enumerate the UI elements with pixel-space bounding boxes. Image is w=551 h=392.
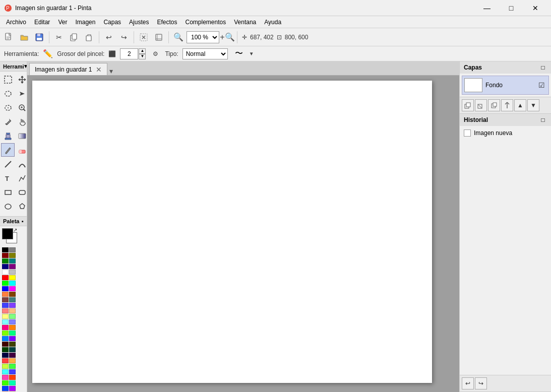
history-item[interactable]: Imagen nueva [462, 128, 549, 138]
layers-panel-header[interactable]: Capas □ [460, 61, 551, 74]
close-button[interactable]: ✕ [524, 0, 547, 16]
color-swatch[interactable] [2, 286, 9, 291]
menu-item-efectos[interactable]: Efectos [153, 16, 181, 28]
color-swatch[interactable] [2, 264, 9, 269]
color-swatch[interactable] [2, 297, 9, 302]
cut-button[interactable]: ✂ [52, 30, 66, 44]
brush-type-select[interactable]: Normal Difuminado Sólido [182, 48, 228, 59]
color-swatch[interactable] [2, 281, 9, 286]
color-swatch[interactable] [2, 325, 9, 330]
layer-add-button[interactable] [462, 99, 474, 111]
line2-tool[interactable] [15, 171, 27, 185]
tab-dropdown-button[interactable]: ▾ [109, 67, 113, 75]
line-tool[interactable] [1, 157, 15, 171]
minimize-button[interactable]: — [475, 0, 499, 16]
image-tab[interactable]: Imagen sin guardar 1 ✕ [29, 63, 107, 75]
rect-tool[interactable] [1, 185, 15, 199]
color-swatch[interactable] [9, 281, 16, 286]
color-swatch[interactable] [9, 347, 16, 352]
color-swatch[interactable] [9, 375, 16, 380]
color-swatch[interactable] [2, 319, 9, 324]
arrow-tool[interactable] [15, 87, 27, 100]
color-swatch[interactable] [2, 331, 9, 336]
menu-item-archivo[interactable]: Archivo [2, 16, 30, 28]
copy-button[interactable] [67, 30, 81, 44]
cut-selection-button[interactable] [137, 30, 151, 44]
paste-button[interactable] [82, 30, 96, 44]
brush-size-up[interactable]: ▲ [139, 48, 146, 54]
curve-options-button[interactable]: ▼ [247, 49, 256, 58]
crop-button[interactable] [152, 30, 166, 44]
move-tool[interactable] [15, 73, 27, 86]
eraser-tool[interactable] [15, 143, 27, 157]
menu-item-complementos[interactable]: Complementos [181, 16, 230, 28]
menu-item-capas[interactable]: Capas [99, 16, 125, 28]
color-swatch[interactable] [9, 342, 16, 347]
layer-visible-toggle[interactable]: ☑ [538, 81, 546, 89]
lasso-tool[interactable] [1, 87, 15, 100]
color-swatch[interactable] [2, 386, 9, 391]
save-button[interactable] [32, 30, 46, 44]
color-swatch[interactable] [9, 353, 16, 358]
paint-bucket-tool[interactable] [1, 129, 15, 143]
color-swatch[interactable] [2, 308, 9, 313]
color-swatch[interactable] [2, 358, 9, 363]
layer-delete-button[interactable] [475, 99, 487, 111]
color-swatch[interactable] [2, 292, 9, 297]
color-swatch[interactable] [9, 292, 16, 297]
color-swatch[interactable] [9, 247, 16, 252]
color-swatch[interactable] [9, 336, 16, 341]
menu-item-ver[interactable]: Ver [54, 16, 71, 28]
text-tool[interactable]: T [1, 171, 15, 185]
color-swatch[interactable] [9, 331, 16, 336]
color-swatch[interactable] [9, 303, 16, 308]
color-swatch[interactable] [9, 314, 16, 319]
hand-tool[interactable] [15, 115, 27, 128]
color-swatch[interactable] [9, 369, 16, 374]
brush-size-down[interactable]: ▼ [139, 54, 146, 59]
color-swatch[interactable] [2, 303, 9, 308]
zoom-in-button[interactable]: +🔍 [220, 30, 234, 44]
palette-header[interactable]: Paleta ▪ [0, 217, 27, 226]
color-swatch[interactable] [2, 275, 9, 280]
tools-panel-header[interactable]: Herrami ▾ [0, 61, 27, 72]
canvas-scroll[interactable] [27, 76, 459, 392]
menu-item-ventana[interactable]: Ventana [230, 16, 260, 28]
brush-size-input[interactable] [120, 48, 138, 59]
history-collapse-button[interactable]: □ [539, 116, 547, 124]
layer-merge-button[interactable] [501, 99, 513, 111]
foreground-color[interactable] [2, 228, 13, 239]
rounded-rect-tool[interactable] [15, 185, 27, 199]
swap-colors-button[interactable]: ↗ [13, 227, 17, 233]
zoom-out-button[interactable]: 🔍 [171, 30, 186, 44]
history-panel-header[interactable]: Historial □ [460, 114, 551, 126]
color-swatch[interactable] [2, 336, 9, 341]
tab-close-button[interactable]: ✕ [96, 66, 102, 73]
color-swatch[interactable] [2, 253, 9, 258]
polygon-tool[interactable] [15, 200, 27, 213]
menu-item-ayuda[interactable]: Ayuda [260, 16, 285, 28]
history-redo-button[interactable]: ↪ [475, 377, 487, 389]
maximize-button[interactable]: □ [500, 0, 523, 16]
color-swatch[interactable] [9, 253, 16, 258]
color-swatch[interactable] [9, 386, 16, 391]
color-swatch[interactable] [9, 275, 16, 280]
color-swatch[interactable] [9, 380, 16, 385]
layers-collapse-button[interactable]: □ [539, 63, 547, 72]
zoom-select[interactable]: 100 % 50 % 200 % 400 % [187, 31, 219, 43]
color-swatch[interactable] [2, 258, 9, 264]
menu-item-ajustes[interactable]: Ajustes [125, 16, 153, 28]
menu-item-editar[interactable]: Editar [30, 16, 54, 28]
color-swatch[interactable] [9, 264, 16, 269]
new-button[interactable] [2, 30, 16, 44]
color-swatch[interactable] [2, 364, 9, 369]
layer-item[interactable]: Fondo ☑ [462, 76, 549, 95]
color-swatch[interactable] [9, 258, 16, 264]
drawing-canvas[interactable] [32, 81, 432, 383]
color-swatch[interactable] [2, 353, 9, 358]
undo-button[interactable]: ↩ [102, 30, 116, 44]
menu-item-imagen[interactable]: Imagen [71, 16, 99, 28]
color-swatch[interactable] [2, 342, 9, 347]
color-swatch[interactable] [2, 270, 9, 275]
color-swatch[interactable] [2, 375, 9, 380]
